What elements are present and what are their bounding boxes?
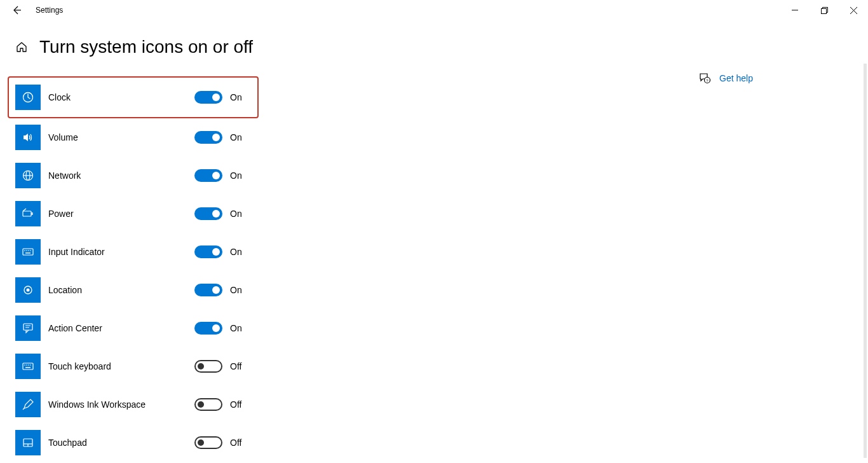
svg-point-14 bbox=[30, 250, 31, 251]
volume-icon bbox=[15, 125, 41, 150]
icon-row-location: LocationOn bbox=[15, 271, 445, 309]
toggle-wrap: Off bbox=[194, 360, 241, 373]
svg-point-22 bbox=[24, 364, 25, 366]
toggle-wrap: On bbox=[194, 284, 242, 296]
help-section: ? Get help bbox=[699, 73, 753, 84]
toggle-thumb bbox=[212, 210, 220, 218]
get-help-link[interactable]: Get help bbox=[719, 73, 753, 83]
globe-icon bbox=[15, 163, 41, 188]
arrow-left-icon bbox=[11, 5, 22, 15]
pen-icon bbox=[15, 392, 41, 417]
toggle-state-label: On bbox=[230, 247, 242, 257]
scrollbar[interactable] bbox=[864, 64, 867, 458]
toggle-state-label: Off bbox=[230, 438, 241, 448]
svg-rect-10 bbox=[23, 249, 33, 255]
toggle-state-label: On bbox=[230, 92, 242, 102]
toggle-wrap: On bbox=[194, 91, 242, 104]
toggle-wrap: On bbox=[194, 245, 242, 258]
toggle-state-label: Off bbox=[230, 361, 241, 371]
item-label: Power bbox=[48, 209, 194, 219]
icon-row-volume: VolumeOn bbox=[15, 118, 445, 156]
clock-icon bbox=[15, 85, 41, 110]
item-label: Input Indicator bbox=[48, 247, 194, 257]
titlebar: Settings bbox=[0, 0, 868, 20]
toggle-switch[interactable] bbox=[194, 322, 222, 335]
toggle-state-label: On bbox=[230, 209, 242, 219]
svg-rect-1 bbox=[821, 8, 826, 13]
toggle-state-label: On bbox=[230, 323, 242, 333]
toggle-switch[interactable] bbox=[194, 398, 222, 411]
item-label: Action Center bbox=[48, 323, 194, 333]
toggle-state-label: On bbox=[230, 132, 242, 142]
toggle-wrap: On bbox=[194, 322, 242, 335]
toggle-thumb bbox=[212, 324, 220, 332]
toggle-switch[interactable] bbox=[194, 245, 222, 258]
icon-row-network: NetworkOn bbox=[15, 156, 445, 195]
toggle-wrap: On bbox=[194, 131, 242, 144]
minimize-button[interactable] bbox=[780, 0, 810, 20]
icon-row-windows-ink-workspace: Windows Ink WorkspaceOff bbox=[15, 385, 445, 424]
message-icon bbox=[15, 315, 41, 341]
item-label: Touchpad bbox=[48, 438, 194, 448]
battery-icon bbox=[15, 201, 41, 226]
toggle-thumb bbox=[212, 248, 220, 256]
home-button[interactable] bbox=[15, 41, 28, 53]
toggle-switch[interactable] bbox=[194, 360, 222, 373]
svg-point-23 bbox=[26, 364, 27, 366]
maximize-icon bbox=[821, 7, 828, 14]
toggle-thumb bbox=[212, 172, 220, 179]
toggle-switch[interactable] bbox=[194, 131, 222, 144]
icon-row-power: PowerOn bbox=[15, 195, 445, 233]
toggle-switch[interactable] bbox=[194, 91, 222, 104]
toggle-state-label: On bbox=[230, 285, 242, 295]
item-label: Volume bbox=[48, 132, 194, 142]
svg-rect-15 bbox=[25, 252, 31, 254]
close-icon bbox=[850, 7, 857, 14]
maximize-button[interactable] bbox=[810, 0, 839, 20]
location-dot-icon bbox=[15, 277, 41, 303]
close-button[interactable] bbox=[839, 0, 868, 20]
icon-row-input-indicator: Input IndicatorOn bbox=[15, 233, 445, 271]
item-label: Touch keyboard bbox=[48, 361, 194, 371]
window-controls bbox=[780, 0, 868, 20]
back-button[interactable] bbox=[10, 4, 23, 17]
item-label: Network bbox=[48, 170, 194, 181]
icon-toggle-list: ClockOnVolumeOnNetworkOnPowerOnInput Ind… bbox=[0, 76, 445, 462]
toggle-thumb bbox=[198, 401, 204, 408]
svg-point-24 bbox=[28, 364, 29, 366]
toggle-thumb bbox=[198, 363, 204, 370]
svg-rect-18 bbox=[24, 324, 32, 330]
icon-row-clock: ClockOn bbox=[8, 76, 259, 118]
toggle-switch[interactable] bbox=[194, 436, 222, 449]
svg-point-11 bbox=[24, 250, 25, 251]
toggle-thumb bbox=[212, 93, 220, 101]
icon-row-touchpad: TouchpadOff bbox=[15, 424, 445, 462]
toggle-switch[interactable] bbox=[194, 284, 222, 296]
home-icon bbox=[16, 41, 27, 53]
toggle-thumb bbox=[212, 134, 220, 141]
svg-rect-21 bbox=[23, 363, 33, 370]
keyboard-icon bbox=[15, 239, 41, 265]
icon-row-touch-keyboard: Touch keyboardOff bbox=[15, 347, 445, 385]
svg-rect-8 bbox=[23, 211, 31, 216]
toggle-thumb bbox=[212, 286, 220, 294]
toggle-switch[interactable] bbox=[194, 169, 222, 182]
toggle-wrap: On bbox=[194, 169, 242, 182]
toggle-wrap: On bbox=[194, 207, 242, 220]
keyboard-icon bbox=[15, 354, 41, 379]
toggle-thumb bbox=[198, 439, 204, 446]
toggle-state-label: On bbox=[230, 170, 242, 181]
toggle-switch[interactable] bbox=[194, 207, 222, 220]
touchpad-icon bbox=[15, 430, 41, 455]
icon-row-action-center: Action CenterOn bbox=[15, 309, 445, 347]
app-title: Settings bbox=[36, 6, 63, 15]
toggle-wrap: Off bbox=[194, 398, 241, 411]
item-label: Windows Ink Workspace bbox=[48, 399, 194, 410]
page-title: Turn system icons on or off bbox=[39, 37, 253, 57]
svg-point-13 bbox=[28, 250, 29, 251]
item-label: Clock bbox=[48, 92, 194, 102]
svg-point-12 bbox=[26, 250, 27, 251]
svg-point-17 bbox=[27, 289, 30, 292]
page-header: Turn system icons on or off bbox=[0, 20, 868, 57]
toggle-wrap: Off bbox=[194, 436, 241, 449]
